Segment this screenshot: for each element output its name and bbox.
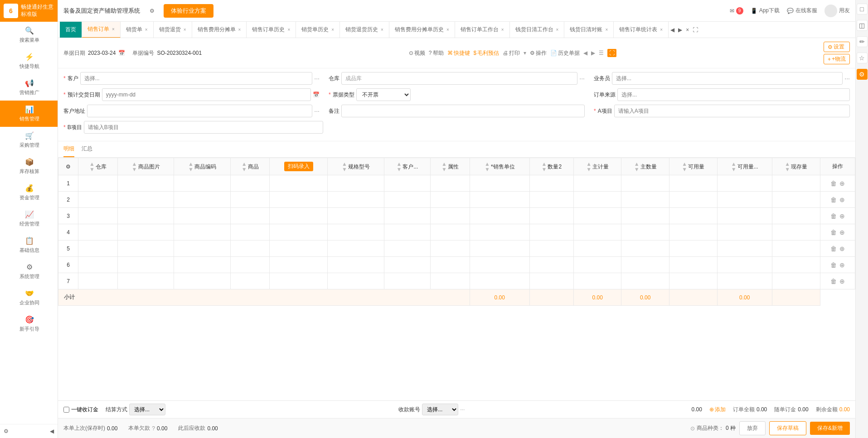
cell-1-0[interactable]	[78, 175, 118, 192]
tab-2[interactable]: 销货单×	[121, 22, 154, 38]
cell-4-2[interactable]	[174, 224, 231, 241]
cell-7-4[interactable]	[270, 273, 328, 289]
th-scan[interactable]: 扫码录入	[270, 158, 328, 175]
cell-5-4[interactable]	[270, 241, 328, 257]
layout-icon[interactable]: ☰	[599, 50, 604, 56]
cell-4-5[interactable]	[328, 224, 384, 241]
cell-3-2[interactable]	[174, 208, 231, 224]
cell-4-14[interactable]	[772, 224, 820, 241]
a-project-input[interactable]	[614, 105, 850, 117]
customer-input[interactable]	[80, 72, 313, 85]
cell-3-9[interactable]	[529, 208, 573, 224]
th-sort-attr[interactable]: ▲▼ 属性	[441, 161, 459, 172]
cell-4-10[interactable]	[573, 224, 621, 241]
cell-7-9[interactable]	[529, 273, 573, 289]
cell-5-3[interactable]	[230, 241, 270, 257]
cell-7-11[interactable]	[621, 273, 669, 289]
cell-4-13[interactable]	[717, 224, 772, 241]
cell-4-4[interactable]	[270, 224, 328, 241]
tab-1[interactable]: 销售订单×	[82, 22, 121, 38]
tab-close-1[interactable]: ×	[112, 27, 115, 32]
cell-4-12[interactable]	[669, 224, 718, 241]
cell-3-7[interactable]	[431, 208, 470, 224]
tab-close-7[interactable]: ×	[381, 27, 383, 32]
th-sort-image[interactable]: ▲▼ 商品图片	[132, 161, 160, 172]
material-side-btn[interactable]: + +物流	[824, 54, 850, 64]
right-icon-4[interactable]: ☆	[857, 53, 868, 63]
cell-2-9[interactable]	[529, 192, 573, 208]
discard-button[interactable]: 放弃	[739, 421, 766, 435]
delete-icon-3[interactable]: 🗑	[830, 212, 837, 220]
sidebar-item-0[interactable]: 🔍搜索菜单	[0, 22, 58, 48]
warehouse-expand-btn[interactable]: ···	[579, 75, 585, 82]
cell-7-0[interactable]	[78, 273, 118, 289]
right-icon-3[interactable]: ✏	[857, 36, 868, 47]
b-project-input[interactable]	[84, 121, 323, 134]
cell-6-7[interactable]	[431, 257, 470, 273]
cell-4-1[interactable]	[117, 224, 174, 241]
cell-6-0[interactable]	[78, 257, 118, 273]
cell-2-12[interactable]	[669, 192, 718, 208]
cell-6-10[interactable]	[573, 257, 621, 273]
profit-btn[interactable]: $ 毛利预估	[474, 49, 499, 57]
cell-1-4[interactable]	[270, 175, 328, 192]
cell-4-11[interactable]	[621, 224, 669, 241]
add-button[interactable]: ⊕ 添加	[709, 406, 726, 414]
th-sort-spec[interactable]: ▲▼ 规格型号	[342, 161, 370, 172]
cell-6-6[interactable]	[384, 257, 430, 273]
cell-3-11[interactable]	[621, 208, 669, 224]
cell-3-10[interactable]	[573, 208, 621, 224]
cell-1-9[interactable]	[529, 175, 573, 192]
sidebar-item-10[interactable]: 🤝企业协同	[0, 284, 58, 311]
cell-7-12[interactable]	[669, 273, 718, 289]
cell-2-4[interactable]	[270, 192, 328, 208]
cell-4-6[interactable]	[384, 224, 430, 241]
th-sort-customer_code[interactable]: ▲▼ 客户...	[397, 161, 418, 172]
tab-8[interactable]: 销售费用分摊单历史×	[389, 22, 455, 38]
cell-1-5[interactable]	[328, 175, 384, 192]
th-sort-main_unit[interactable]: ▲▼ 主计量	[586, 161, 609, 172]
delete-icon-7[interactable]: 🗑	[830, 278, 837, 285]
th-sort-current[interactable]: ▲▼ 现存量	[785, 161, 807, 172]
delete-icon-1[interactable]: 🗑	[830, 180, 837, 187]
cell-2-14[interactable]	[772, 192, 820, 208]
th-sort-available2[interactable]: ▲▼ 可用量...	[731, 161, 758, 172]
sidebar-collapse-icon[interactable]: ◀	[50, 428, 54, 434]
tab-close-10[interactable]: ×	[556, 27, 559, 32]
cell-7-14[interactable]	[772, 273, 820, 289]
cell-7-8[interactable]	[470, 273, 529, 289]
cell-6-4[interactable]	[270, 257, 328, 273]
cell-7-5[interactable]	[328, 273, 384, 289]
cell-1-6[interactable]	[384, 175, 430, 192]
app-download-button[interactable]: 📱 App下载	[751, 7, 780, 14]
detail-tab-1[interactable]: 汇总	[82, 141, 92, 157]
tab-close-6[interactable]: ×	[331, 27, 334, 32]
tabbar-nav-3[interactable]: ⛶	[691, 27, 700, 33]
sidebar-item-5[interactable]: 📦库存核算	[0, 153, 58, 179]
th-sort-unit[interactable]: ▲▼ *销售单位	[485, 161, 515, 172]
cell-5-10[interactable]	[573, 241, 621, 257]
cell-1-2[interactable]	[174, 175, 231, 192]
staff-input[interactable]	[612, 72, 843, 85]
one-click-checkbox-input[interactable]	[63, 407, 69, 413]
cell-1-12[interactable]	[669, 175, 718, 192]
tab-4[interactable]: 销售费用分摊单×	[192, 22, 247, 38]
cell-5-12[interactable]	[669, 241, 718, 257]
tab-close-4[interactable]: ×	[238, 27, 241, 32]
cell-5-7[interactable]	[431, 241, 470, 257]
cell-3-4[interactable]	[270, 208, 328, 224]
cell-2-10[interactable]	[573, 192, 621, 208]
warehouse-input[interactable]	[341, 72, 577, 85]
right-icon-5[interactable]: ⚙	[857, 69, 868, 80]
cell-1-8[interactable]	[470, 175, 529, 192]
cell-6-14[interactable]	[772, 257, 820, 273]
cell-7-2[interactable]	[174, 273, 231, 289]
th-sort-product[interactable]: ▲▼ 商品	[242, 161, 259, 172]
save-draft-button[interactable]: 保存草稿	[769, 421, 806, 435]
cell-7-10[interactable]	[573, 273, 621, 289]
cell-6-1[interactable]	[117, 257, 174, 273]
cell-5-13[interactable]	[717, 241, 772, 257]
tab-close-3[interactable]: ×	[184, 27, 186, 32]
cell-6-13[interactable]	[717, 257, 772, 273]
copy-icon-6[interactable]: ⊕	[839, 261, 845, 269]
